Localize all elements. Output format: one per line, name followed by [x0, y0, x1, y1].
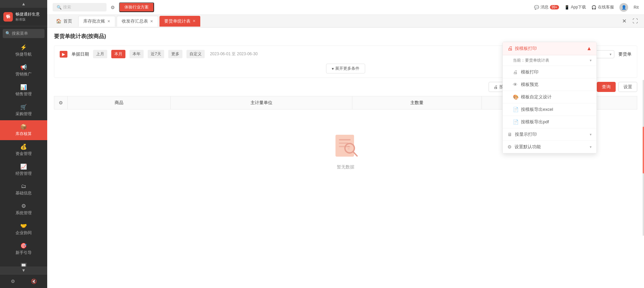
dropdown-item-template-print[interactable]: 🖨 模板打印 [503, 66, 596, 78]
tabbar: 🏠 首页 库存批次账 ✕ 收发存汇总表 ✕ 要货单统计表 ✕ ✕ ⛶ [47, 15, 644, 28]
dropdown-sub-left: 🖥 按显示打印 [507, 131, 537, 137]
user-avatar[interactable]: 👤 [619, 3, 628, 12]
dropdown-item-template-preview[interactable]: 👁 模板预览 [503, 78, 596, 91]
filter-expand-toggle[interactable]: ▶ [60, 51, 67, 58]
tab-close-all-btn[interactable]: ✕ [620, 17, 628, 25]
tab-collection-summary-label: 收发存汇总表 [122, 18, 148, 24]
dropdown-sub-display-print[interactable]: 🖥 按显示打印 ▾ [503, 128, 596, 141]
date-btn-custom[interactable]: 自定义 [186, 50, 205, 58]
sidebar-item-sales[interactable]: 📊 销售管理 [0, 81, 47, 100]
table-settings-icon[interactable]: ⚙ [59, 100, 63, 105]
dropdown-sub-left-2: ⚙ 设置默认功能 [507, 144, 541, 150]
home-icon: 🏠 [56, 19, 61, 24]
tab-order-summary[interactable]: 要货单统计表 ✕ [159, 16, 200, 27]
expand-more-label: 展开更多条件 [335, 66, 359, 71]
dropdown-item-export-excel[interactable]: 📄 按模板导出excel [503, 103, 596, 116]
tab-batch-account-close[interactable]: ✕ [107, 19, 110, 24]
notification-icon: 💬 [534, 5, 539, 10]
tab-batch-account[interactable]: 库存批次账 ✕ [78, 16, 115, 27]
sub-trigger-arrow-2: ▾ [590, 145, 592, 149]
dropdown-title: 按模板打印 [515, 45, 537, 52]
tab-collection-summary[interactable]: 收发存汇总表 ✕ [117, 16, 158, 27]
search-icon: 🔍 [5, 31, 10, 36]
sidebar-scroll-up[interactable]: ▲ [0, 0, 47, 8]
sidebar-item-label: 资金管理 [16, 151, 32, 157]
dropdown-item-label: 模板自定义设计 [521, 94, 552, 100]
print-icon: 🖨 [494, 85, 498, 90]
dropdown-collapse-btn[interactable]: ▲ [586, 45, 592, 52]
sidebar-search[interactable]: 🔍 搜索菜单 [3, 29, 45, 38]
dropdown-item-export-pdf[interactable]: 📄 按模板导出pdf [503, 116, 596, 128]
scroll-thumb [643, 127, 644, 173]
date-btn-more[interactable]: 更多 [168, 50, 182, 58]
date-btn-current-month[interactable]: 本月 [111, 50, 125, 58]
sidebar-item-collab[interactable]: 🤝 企业协同 [0, 219, 47, 239]
dropdown-sub-label: 按显示打印 [515, 131, 537, 137]
guide-icon: 🎯 [20, 243, 27, 249]
sidebar-item-operation[interactable]: 📈 经营管理 [0, 160, 47, 180]
online-service-btn[interactable]: 🎧 在线客服 [591, 4, 614, 10]
sidebar-item-quick-nav[interactable]: ⚡ 快捷导航 [0, 41, 47, 61]
date-btn-current-year[interactable]: 本年 [129, 50, 144, 58]
operation-icon: 📈 [20, 163, 27, 170]
template-print-icon: 🖨 [513, 69, 518, 75]
date-range-label: 2023-06-01 至 2023-06-30 [210, 51, 258, 57]
sidebar-settings-btn[interactable]: ⚙ [9, 277, 17, 285]
sidebar-item-label: 新手引导 [16, 250, 32, 256]
notification-label: 消息 [540, 4, 549, 10]
date-filter-label: 单据日期 [71, 51, 89, 57]
appstore-icon: 🔲 [20, 262, 27, 266]
date-btn-prev-month[interactable]: 上月 [93, 50, 107, 58]
sidebar-item-guide[interactable]: 🎯 新手引导 [0, 239, 47, 259]
trial-btn[interactable]: 体验行业方案 [119, 2, 154, 12]
dropdown-item-template-design[interactable]: 🎨 模板自定义设计 [503, 91, 596, 103]
topbar-search[interactable]: 🔍 搜索 [53, 3, 107, 11]
sub-trigger-arrow: ▾ [590, 132, 592, 137]
system-icon: ⚙ [21, 203, 26, 209]
tab-maximize-btn[interactable]: ⛶ [631, 18, 640, 25]
sidebar-item-label: 企业协同 [16, 230, 32, 236]
table-header-unit: 主计量单位 [171, 96, 352, 109]
marketing-icon: 📢 [20, 64, 27, 70]
finance-icon: 💰 [20, 143, 27, 150]
template-design-icon: 🎨 [513, 94, 518, 100]
tab-collection-summary-close[interactable]: ✕ [150, 19, 153, 24]
app-logo-icon: 畅 [3, 12, 13, 22]
notification-btn[interactable]: 💬 消息 99+ [534, 4, 559, 10]
table-header-qty: 主数量 [352, 96, 481, 109]
query-btn-label: 查询 [602, 84, 611, 90]
sidebar-scroll-down[interactable]: ▼ [0, 266, 47, 274]
sidebar-bottom: ⚙ 🔇 [0, 274, 47, 288]
dropdown-sub-set-default[interactable]: ⚙ 设置默认功能 ▾ [503, 141, 596, 153]
sidebar-item-inventory[interactable]: 📦 库存核算 [0, 120, 47, 140]
date-btn-last-7-days[interactable]: 近7天 [148, 50, 164, 58]
sidebar-item-basic[interactable]: 🗂 基础信息 [0, 180, 47, 199]
sidebar-audio-btn[interactable]: 🔇 [30, 277, 38, 285]
tab-order-summary-close[interactable]: ✕ [193, 19, 196, 23]
notification-count: 99+ [550, 5, 559, 9]
sidebar-item-purchase[interactable]: 🛒 采购管理 [0, 100, 47, 120]
sidebar-item-system[interactable]: ⚙ 系统管理 [0, 199, 47, 219]
empty-illustration [329, 130, 362, 160]
expand-more-btn[interactable]: ▾ 展开更多条件 [326, 64, 365, 73]
sidebar-item-finance[interactable]: 💰 资金管理 [0, 140, 47, 160]
service-icon: 🎧 [591, 5, 596, 10]
dropdown-item-label: 模板打印 [521, 69, 538, 75]
app-name-block: 畅捷通好生意 标准版 [16, 12, 40, 22]
sidebar-item-appstore[interactable]: 🔲 应用中心 [0, 259, 47, 266]
dropdown-current-label: 当前：要货单统计表 [513, 58, 549, 63]
topbar-settings-icon[interactable]: ⚙ [111, 5, 115, 10]
page-title: 要货单统计表(按商品) [54, 33, 637, 40]
query-btn[interactable]: 查询 [597, 82, 616, 92]
sidebar-item-marketing[interactable]: 📢 营销推广 [0, 61, 47, 81]
export-pdf-icon: 📄 [513, 119, 518, 125]
dropdown-current-tag[interactable]: 当前：要货单统计表 ▾ [503, 55, 596, 66]
dropdown-header-left: 🖨 按模板打印 [507, 45, 537, 52]
settings-btn[interactable]: 设置 [618, 82, 637, 92]
table-header-settings[interactable]: ⚙ [54, 96, 68, 109]
display-print-icon: 🖥 [507, 132, 512, 137]
tab-home[interactable]: 🏠 首页 [51, 16, 77, 27]
app-download-btn[interactable]: 📱 App下载 [564, 4, 586, 10]
dropdown-header[interactable]: 🖨 按模板打印 ▲ [503, 42, 596, 55]
sidebar: ▲ 畅 畅捷通好生意 标准版 🔍 搜索菜单 ⚡ 快捷导航 📢 营销推广 📊 销售… [0, 0, 47, 288]
